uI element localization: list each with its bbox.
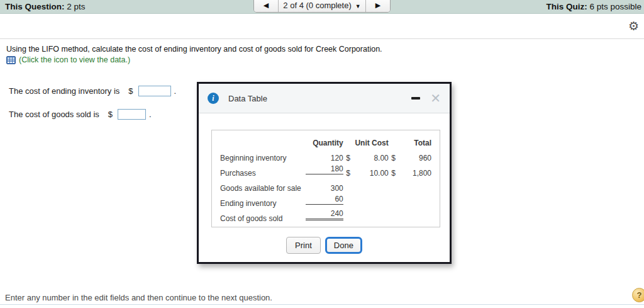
- ending-inventory-answer-row: The cost of ending inventory is $ .: [9, 86, 176, 96]
- data-table-panel: Quantity Unit Cost Total Beginning inven…: [211, 130, 440, 227]
- prev-question-button[interactable]: ◀: [254, 0, 278, 12]
- sentence-period: .: [174, 86, 177, 96]
- question-position-text: 2 of 4 (0 complete): [283, 1, 351, 10]
- question-points-label: This Question:: [5, 2, 65, 11]
- table-row: Cost of goods sold 240: [220, 211, 431, 226]
- data-table-icon[interactable]: [6, 56, 16, 64]
- settings-button[interactable]: ⚙: [628, 20, 639, 33]
- quiz-page: This Question: 2 pts ◀ 2 of 4 (0 complet…: [0, 0, 644, 308]
- dollar-sign: $: [108, 110, 113, 119]
- table-header-row: Quantity Unit Cost Total: [220, 135, 431, 151]
- question-position-dropdown[interactable]: 2 of 4 (0 complete) ▼: [278, 0, 366, 12]
- col-header-unit-cost: Unit Cost: [353, 135, 388, 151]
- question-text: Using the LIFO method, calculate the cos…: [6, 45, 382, 54]
- print-button[interactable]: Print: [286, 237, 321, 254]
- ending-inventory-label: The cost of ending inventory is: [9, 86, 119, 96]
- modal-title: Data Table: [228, 94, 267, 103]
- help-icon: ?: [637, 290, 642, 300]
- chevron-down-icon: ▼: [355, 3, 361, 9]
- modal-header: i Data Table ✕: [199, 84, 450, 113]
- data-link-text: (Click the icon to view the data.): [19, 55, 130, 64]
- inventory-table: Quantity Unit Cost Total Beginning inven…: [220, 135, 431, 226]
- table-row: Purchases 180 $ 10.00 $ 1,800: [220, 166, 431, 181]
- cogs-input[interactable]: [118, 109, 146, 120]
- help-button[interactable]: ?: [632, 288, 644, 302]
- quiz-points-value: 6 pts possible: [587, 2, 641, 11]
- prev-arrow-icon: ◀: [264, 1, 269, 9]
- footer-divider: [0, 304, 644, 305]
- data-link-row: (Click the icon to view the data.): [6, 55, 130, 64]
- info-icon: i: [208, 93, 219, 104]
- cogs-answer-row: The cost of goods sold is $ .: [9, 109, 152, 120]
- next-question-button[interactable]: ▶: [366, 0, 390, 12]
- sentence-period: .: [149, 110, 152, 119]
- table-row: Goods available for sale 300: [220, 181, 431, 196]
- question-points: This Question: 2 pts: [5, 2, 86, 11]
- col-header-total: Total: [398, 135, 431, 151]
- footer-instruction: Enter any number in the edit fields and …: [5, 293, 272, 302]
- toolbar-row: ⚙: [0, 14, 644, 39]
- dollar-sign: $: [128, 86, 133, 96]
- ending-inventory-input[interactable]: [138, 86, 171, 96]
- close-button[interactable]: ✕: [430, 93, 441, 104]
- quiz-points: This Quiz: 6 pts possible: [546, 2, 641, 11]
- close-icon: ✕: [430, 91, 441, 105]
- next-arrow-icon: ▶: [375, 1, 380, 9]
- modal-buttons: Print Done: [199, 237, 450, 254]
- question-header-bar: This Question: 2 pts ◀ 2 of 4 (0 complet…: [0, 0, 644, 14]
- question-navigation: ◀ 2 of 4 (0 complete) ▼ ▶: [253, 0, 391, 13]
- data-table-modal: i Data Table ✕ Quantity Unit Cost Total …: [197, 82, 452, 264]
- col-header-quantity: Quantity: [306, 135, 343, 151]
- table-row: Beginning inventory 120 $ 8.00 $ 960: [220, 151, 431, 166]
- cogs-label: The cost of goods sold is: [9, 110, 99, 119]
- quiz-points-label: This Quiz:: [546, 2, 587, 11]
- question-points-value: 2 pts: [65, 2, 86, 11]
- gear-icon: ⚙: [628, 20, 639, 33]
- done-button[interactable]: Done: [325, 237, 362, 254]
- minimize-button[interactable]: [411, 97, 420, 100]
